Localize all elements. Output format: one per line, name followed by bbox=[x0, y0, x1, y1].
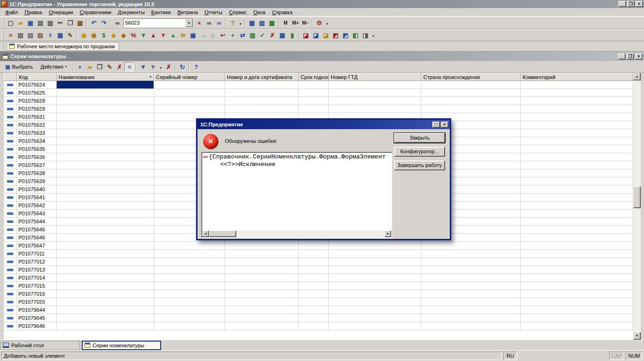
workspace-tab[interactable]: Рабочее место менеджера по продажам bbox=[7, 42, 119, 51]
doc-red-down-icon[interactable]: ▼ bbox=[158, 30, 168, 40]
payment-icon[interactable]: ◉ bbox=[89, 30, 99, 40]
filter-by-value-icon[interactable]: ▼ bbox=[148, 62, 158, 71]
menu-Файл[interactable]: Файл bbox=[2, 9, 21, 16]
restore-button[interactable]: ❐ bbox=[627, 1, 635, 7]
discount-icon[interactable]: % bbox=[129, 30, 138, 40]
dialog-close-action-button[interactable]: Закрыть bbox=[394, 133, 445, 143]
find-in-document-icon[interactable]: ∞ bbox=[214, 18, 224, 27]
toolbar-overflow-icon[interactable]: ▾ bbox=[370, 30, 376, 40]
clear-search-icon[interactable]: × bbox=[194, 18, 204, 27]
table-row[interactable]: P01075624 bbox=[4, 81, 633, 89]
report-stock-icon[interactable]: ◪ bbox=[311, 30, 321, 40]
table-row[interactable]: P01075629 bbox=[4, 105, 633, 113]
menu-Справочники[interactable]: Справочники bbox=[77, 9, 115, 16]
print-labels-icon[interactable]: ▤ bbox=[35, 30, 45, 40]
memory-minus-icon[interactable]: M− bbox=[301, 18, 310, 27]
scrollbar-thumb[interactable] bbox=[633, 186, 641, 208]
new-document-icon[interactable]: ▢ bbox=[6, 18, 16, 27]
child-restore-button[interactable]: ❐ bbox=[627, 53, 634, 60]
undo-icon[interactable]: ↶ bbox=[89, 18, 99, 27]
dialog-maximize-button[interactable]: □ bbox=[432, 122, 440, 128]
report-cash-icon[interactable]: ◪ bbox=[321, 30, 331, 40]
print-icon[interactable]: ▤ bbox=[35, 18, 45, 27]
gold-icon[interactable]: ◆ bbox=[109, 30, 119, 40]
menu-Сервис[interactable]: Сервис bbox=[226, 9, 250, 16]
menu-Витрина[interactable]: Витрина bbox=[174, 9, 201, 16]
money-icon[interactable]: $ bbox=[99, 30, 109, 40]
save-icon[interactable]: ▣ bbox=[26, 18, 35, 27]
search-combo-dropdown-icon[interactable]: ▼ bbox=[185, 19, 193, 27]
table-row[interactable]: P01077020 bbox=[4, 298, 633, 306]
green-book-icon[interactable]: ▮ bbox=[287, 30, 297, 40]
toolbar-grip[interactable] bbox=[2, 18, 3, 27]
find-icon[interactable]: ∞ bbox=[112, 18, 122, 27]
return-icon[interactable]: ↩ bbox=[218, 30, 228, 40]
add-group-icon[interactable]: ▰ bbox=[85, 62, 94, 71]
table-row[interactable]: P01079644 bbox=[4, 306, 633, 314]
menu-Отчеты[interactable]: Отчеты bbox=[201, 9, 226, 16]
column-header-icon[interactable] bbox=[4, 73, 17, 81]
paste-icon[interactable]: ▦ bbox=[75, 18, 85, 27]
coins-icon[interactable]: ◉ bbox=[79, 30, 89, 40]
cancel-icon[interactable]: ✗ bbox=[267, 30, 277, 40]
edit-item-icon[interactable]: ✎ bbox=[104, 62, 114, 71]
find-next-icon[interactable]: ∞ bbox=[204, 18, 214, 27]
menu-Бантики[interactable]: Бантики bbox=[148, 9, 174, 16]
clear-filter-icon[interactable]: ✗ bbox=[163, 62, 173, 71]
error-text-area[interactable]: err{Справочник.СерииНоменклатуры.Форма.Ф… bbox=[201, 152, 392, 238]
receipt-out-icon[interactable]: ▲ bbox=[148, 30, 158, 40]
column-header[interactable]: Срок годнос... bbox=[299, 73, 329, 81]
journal-icon[interactable]: ▣ bbox=[188, 30, 198, 40]
table-row[interactable]: P01075625 bbox=[4, 89, 633, 97]
warehouse-icon[interactable]: ⌂ bbox=[208, 30, 218, 40]
edit-pencil-icon[interactable]: ✎ bbox=[65, 30, 75, 40]
add-item-icon[interactable]: + bbox=[75, 62, 85, 71]
tab-desktop[interactable]: Рабочий стол bbox=[0, 341, 80, 350]
column-header[interactable]: Номер ГТД bbox=[329, 73, 421, 81]
minimize-button[interactable]: _ bbox=[618, 1, 626, 7]
column-header[interactable]: Комментарий bbox=[521, 73, 633, 81]
table-row[interactable]: P01077016 bbox=[4, 290, 633, 298]
scroll-left-icon[interactable]: ◄ bbox=[202, 230, 209, 237]
print-preview-icon[interactable]: ▥ bbox=[45, 18, 55, 27]
hierarchy-view-icon[interactable]: ≡ bbox=[124, 62, 134, 71]
menu-Окна[interactable]: Окна bbox=[250, 9, 269, 16]
table-green-icon[interactable]: ▦ bbox=[267, 18, 277, 27]
add-document-icon[interactable]: + bbox=[228, 30, 238, 40]
refresh-icon[interactable]: ↻ bbox=[177, 62, 187, 71]
print-price-tags-icon[interactable]: ▤ bbox=[26, 30, 35, 40]
lock-icon[interactable]: ◆ bbox=[119, 30, 129, 40]
column-header[interactable]: Наименование▼ bbox=[57, 73, 154, 81]
report-debts-icon[interactable]: ◩ bbox=[331, 30, 341, 40]
cut-icon[interactable]: ✂ bbox=[55, 18, 65, 27]
catalog-book-icon[interactable]: ≡ bbox=[6, 30, 16, 40]
table-row[interactable]: P01077011 bbox=[4, 250, 633, 258]
check-icon[interactable]: ✓ bbox=[258, 30, 267, 40]
help-icon[interactable]: ? bbox=[191, 62, 201, 71]
scrollbar-thumb[interactable] bbox=[209, 230, 236, 237]
scroll-up-icon[interactable]: ▲ bbox=[633, 73, 641, 80]
receipt-in-icon[interactable]: ▼ bbox=[138, 30, 148, 40]
redo-icon[interactable]: ↷ bbox=[99, 18, 109, 27]
edit-table-icon[interactable]: ▦ bbox=[55, 30, 65, 40]
table-row[interactable]: P01079645 bbox=[4, 314, 633, 322]
report-prices-icon[interactable]: ◧ bbox=[351, 30, 361, 40]
vertical-scrollbar[interactable]: ▲ ▼ bbox=[633, 73, 641, 340]
report-sales-icon[interactable]: ◪ bbox=[301, 30, 311, 40]
table-row[interactable]: P01077013 bbox=[4, 266, 633, 274]
menu-Правка[interactable]: Правка bbox=[21, 9, 45, 16]
menu-Операции[interactable]: Операции bbox=[45, 9, 76, 16]
toolbar-grip[interactable] bbox=[2, 31, 3, 39]
dialog-configurator-button[interactable]: Конфигуратор... bbox=[394, 147, 445, 157]
scroll-down-icon[interactable]: ▼ bbox=[633, 332, 641, 340]
tools-icon[interactable]: ⚙ bbox=[314, 18, 324, 27]
table-row[interactable]: P01077014 bbox=[4, 274, 633, 282]
print-form-icon[interactable]: ▤ bbox=[16, 30, 26, 40]
menu-Документы[interactable]: Документы bbox=[114, 9, 148, 16]
toolbar-overflow-icon[interactable]: ▾ bbox=[158, 62, 163, 71]
table-icon[interactable]: ▦ bbox=[247, 18, 257, 27]
transfer-icon[interactable]: → bbox=[198, 30, 208, 40]
table-row[interactable]: P01077015 bbox=[4, 282, 633, 290]
doc-green-up-icon[interactable]: ▲ bbox=[168, 30, 178, 40]
report-orders-icon[interactable]: ◩ bbox=[341, 30, 351, 40]
